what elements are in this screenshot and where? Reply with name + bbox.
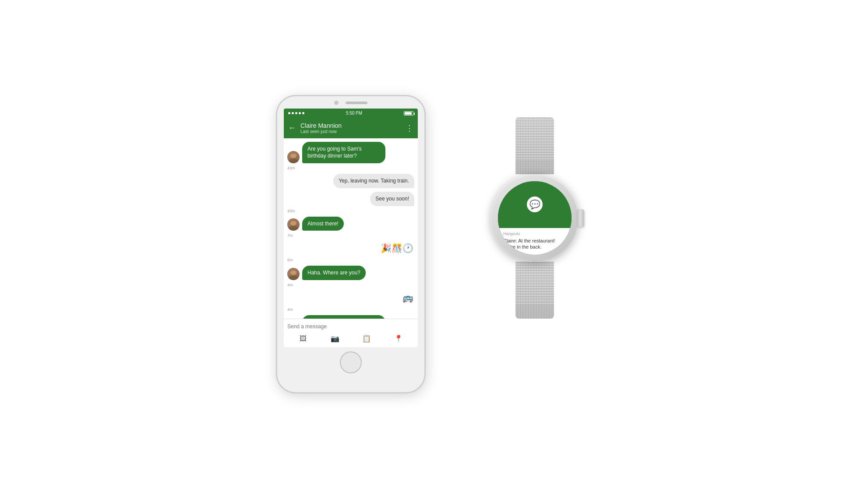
message-input[interactable]: [287, 322, 414, 331]
message-time: 7m: [287, 233, 414, 238]
hangouts-glyph: 💬: [529, 199, 540, 210]
message-bubble-incoming: Haha. Where are you?: [302, 266, 366, 280]
watch-case: 💬 Hangouts Claire: At the restaurant! We…: [491, 174, 579, 262]
message-bubble-emoji: 🎉🎊🕐: [380, 241, 414, 255]
table-row: Haha. Where are you?: [287, 266, 414, 280]
back-button[interactable]: ←: [288, 123, 296, 133]
watch-screen-bottom: Hangouts Claire: At the restaurant! We'r…: [498, 228, 572, 255]
watch: 💬 Hangouts Claire: At the restaurant! We…: [478, 117, 592, 371]
table-row: Are you going to Sam's birthday dinner l…: [287, 142, 414, 164]
status-time: 5:50 PM: [346, 111, 362, 116]
phone-top-bar: [277, 96, 424, 105]
table-row: At the restaurant! We're in the back.: [287, 315, 414, 318]
message-time: 43m: [287, 166, 414, 170]
scene: 5:50 PM ← Claire Mannion Last seen just …: [0, 0, 868, 488]
contact-name: Claire Mannion: [300, 122, 406, 129]
phone-camera: [334, 101, 339, 105]
watch-app-name: Hangouts: [503, 232, 566, 236]
watch-band-bottom: [515, 262, 554, 319]
status-bar: 5:50 PM: [284, 109, 418, 118]
message-time: 43m: [287, 209, 414, 213]
contact-info: Claire Mannion Last seen just now: [300, 122, 406, 134]
message-bubble-outgoing: Yep, leaving now. Taking train.: [333, 174, 414, 188]
phone: 5:50 PM ← Claire Mannion Last seen just …: [276, 95, 425, 393]
contact-status: Last seen just now: [300, 129, 406, 134]
signal-dots: [288, 112, 304, 114]
phone-screen: 5:50 PM ← Claire Mannion Last seen just …: [284, 109, 418, 347]
hangouts-icon: 💬: [527, 197, 543, 212]
message-time: 6m: [287, 258, 414, 262]
sticker-button[interactable]: 📋: [361, 333, 372, 344]
watch-notification-message: Claire: At the restaurant! We're in the …: [503, 238, 566, 250]
message-bubble-incoming: At the restaurant! We're in the back.: [302, 315, 385, 318]
avatar: [287, 218, 300, 231]
image-picker-button[interactable]: 🖼: [297, 333, 309, 344]
table-row: See you soon!: [287, 192, 414, 206]
home-button[interactable]: [340, 351, 362, 373]
avatar: [287, 151, 300, 163]
table-row: 🎉🎊🕐: [287, 241, 414, 255]
input-area: 🖼 📷 📋 📍: [284, 319, 418, 347]
chat-area: Are you going to Sam's birthday dinner l…: [284, 138, 418, 319]
phone-speaker: [346, 102, 367, 104]
more-options-button[interactable]: ⋮: [406, 123, 413, 133]
location-button[interactable]: 📍: [393, 333, 404, 344]
camera-button[interactable]: 📷: [329, 333, 341, 344]
message-bubble-outgoing: See you soon!: [370, 192, 414, 206]
table-row: Yep, leaving now. Taking train.: [287, 174, 414, 188]
watch-screen-top: 💬: [498, 181, 572, 228]
avatar: [287, 268, 300, 280]
watch-band-top: [515, 117, 554, 174]
message-bubble-emoji: 🚌: [402, 291, 414, 305]
message-time: 4m: [287, 307, 414, 312]
message-bubble-incoming: Almost there!: [302, 217, 344, 231]
app-bar: ← Claire Mannion Last seen just now ⋮: [284, 118, 418, 138]
watch-crown: [577, 209, 584, 227]
message-time: 4m: [287, 283, 414, 287]
toolbar-icons: 🖼 📷 📋 📍: [287, 333, 414, 344]
battery-icon: [404, 111, 413, 116]
table-row: 🚌: [287, 291, 414, 305]
table-row: Almost there!: [287, 217, 414, 231]
message-bubble-incoming: Are you going to Sam's birthday dinner l…: [302, 142, 385, 164]
watch-screen: 💬 Hangouts Claire: At the restaurant! We…: [498, 181, 572, 255]
